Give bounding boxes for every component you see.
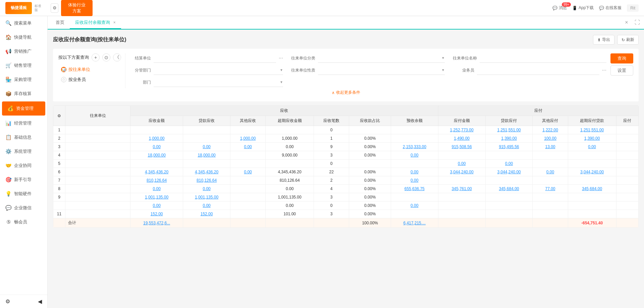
sidebar-item-purchase[interactable]: 🏪 采购管理	[0, 73, 47, 87]
sidebar-item-inventory[interactable]: 📦 库存核算	[0, 87, 47, 101]
partner-name-input[interactable]	[480, 53, 606, 63]
scheme-item-salesperson[interactable]: ⏱ 按业务员	[58, 75, 121, 84]
sidebar-item-search[interactable]: 🔍 搜索菜单	[0, 16, 47, 30]
footer-payable-total: -654,751.40	[568, 218, 616, 228]
table-row: 500.000.00	[53, 160, 639, 168]
sidebar-label-vip: 畅会员	[14, 219, 27, 225]
scheme-inactive-dot: ⏱	[61, 77, 66, 82]
msg-badge-count: 99+	[562, 2, 571, 7]
settings-icon[interactable]: ⚙	[51, 3, 58, 13]
sidebar-item-operations[interactable]: 📊 经营管理	[0, 116, 47, 130]
sales-icon: 🛒	[5, 62, 11, 69]
dept-input[interactable]	[154, 65, 280, 75]
table-row: 11152.00152.00101.0030.00%	[53, 210, 639, 218]
scheme-item-partner[interactable]: 📊 按往来单位	[58, 65, 121, 74]
footer-receivable-total[interactable]: 19,553,472,6...	[130, 218, 183, 228]
page-title: 应收应付余额查询(按往来单位)	[53, 36, 126, 43]
data-table-wrap: ⚙ 往来单位 应收 应付 应收金额 贷款应收 其他应收 超期应收金额 应收笔数 …	[53, 105, 639, 228]
sidebar-label-purchase: 采购管理	[14, 77, 32, 83]
partner-cat-dropdown-icon[interactable]: ▼	[441, 56, 445, 60]
sidebar-item-vip[interactable]: ⑤ 畅会员	[0, 215, 47, 229]
salesperson-dots[interactable]: ···	[602, 67, 606, 73]
sidebar-label-system: 系统管理	[14, 148, 32, 155]
user-name-badge[interactable]: Rit	[627, 4, 639, 12]
scheme-label-salesperson: 按业务员	[68, 77, 86, 83]
settlement-label: 结算单位	[129, 55, 151, 61]
settings-btn[interactable]: 设置	[610, 65, 633, 76]
dept-dropdown-icon[interactable]: ▼	[280, 68, 283, 72]
filter-section: 按以下方案查询 + ⊙ 《 📊 按往来单位	[53, 49, 639, 101]
scheme-collapse-btn[interactable]: 《	[113, 53, 121, 61]
sidebar-item-guide[interactable]: 🎯 新手引导	[0, 173, 47, 187]
dept2-dropdown-icon[interactable]: ▼	[280, 80, 283, 84]
sidebar-item-coop[interactable]: 🤝 企业协同	[0, 159, 47, 173]
sidebar-item-quick[interactable]: 🏠 快捷导航	[0, 30, 47, 44]
operations-icon: 📊	[5, 120, 11, 126]
app-download-btn[interactable]: 📱 App下载	[572, 5, 594, 11]
sidebar-item-sales[interactable]: 🛒 销售管理	[0, 58, 47, 73]
home-icon: 🏠	[5, 34, 11, 40]
tab-close-btn[interactable]: ×	[113, 20, 116, 25]
sidebar-item-marketing[interactable]: 📢 营销推广	[0, 44, 47, 58]
filter-partner-name: 往来单位名称	[453, 53, 606, 63]
collapse-bar[interactable]: ∧ 收起更多条件	[58, 88, 633, 97]
sidebar-settings-btn[interactable]: ⚙	[5, 298, 10, 305]
partner-nature-dropdown-icon[interactable]: ▼	[441, 68, 445, 72]
th-receivable-amount: 应收金额	[130, 116, 183, 126]
th-loan-receivable: 贷款应收	[183, 116, 230, 126]
table-row: 30.000.000.000.0090.00%2,153,333.00915,5…	[53, 143, 639, 151]
top-bar: 畅捷通账 标准版 ⚙ 体验行业方案 💬 消息 99+ 📱 App下载 💬 在线客…	[0, 0, 644, 16]
partner-cat-label: 往来单位分类	[291, 55, 315, 61]
window-close-btn[interactable]: ×	[623, 18, 631, 27]
dept2-select[interactable]: ▼	[154, 78, 283, 87]
basic-icon: 📋	[5, 134, 11, 140]
refresh-btn[interactable]: ↻ 刷新	[617, 35, 639, 45]
partner-cat-select[interactable]: ▼	[318, 53, 445, 63]
scheme-selector: 按以下方案查询 + ⊙ 《 📊 按往来单位	[58, 53, 125, 88]
table-row: 21,000.001,000.001,000.0010.00%1,490.001…	[53, 134, 639, 143]
settlement-dots[interactable]: ···	[279, 55, 283, 61]
dept2-input[interactable]	[154, 78, 280, 87]
sidebar-collapse-btn[interactable]: ◀	[38, 298, 42, 305]
sidebar-item-basic[interactable]: 📋 基础信息	[0, 130, 47, 144]
query-buttons: 查询 设置	[610, 53, 633, 88]
table-row: 7810,126.64810,126.64810,126.6420.00%0.0…	[53, 176, 639, 185]
top-bar-right: 💬 消息 99+ 📱 App下载 💬 在线客服 Rit	[552, 4, 639, 12]
filter-row-3: 部门 ▼	[129, 78, 606, 87]
filter-salesperson: 业务员 ···	[453, 65, 606, 75]
tab-home[interactable]: 首页	[50, 17, 70, 29]
scheme-settings-btn[interactable]: ⊙	[102, 53, 110, 61]
filter-settlement: 结算单位 ···	[129, 53, 283, 63]
add-scheme-btn[interactable]: +	[92, 53, 100, 61]
dept-select[interactable]: ▼	[154, 65, 283, 75]
window-expand-btn[interactable]: ⛶	[633, 18, 641, 27]
trial-button[interactable]: 体验行业方案	[61, 0, 93, 16]
query-btn[interactable]: 查询	[610, 53, 633, 63]
sidebar-label-hardware: 智能硬件	[14, 191, 32, 197]
th-settings[interactable]: ⚙	[53, 106, 65, 126]
message-btn[interactable]: 💬 消息 99+	[552, 5, 567, 11]
guide-icon: 🎯	[5, 177, 11, 183]
data-table: ⚙ 往来单位 应收 应付 应收金额 贷款应收 其他应收 超期应收金额 应收笔数 …	[53, 105, 639, 228]
sidebar-item-hardware[interactable]: 💡 智能硬件	[0, 187, 47, 201]
sidebar-item-capital[interactable]: 💰 资金管理	[2, 101, 45, 116]
export-btn[interactable]: ⬆ 导出	[593, 35, 614, 45]
th-advance-balance: 预收余额	[391, 116, 438, 126]
partner-nature-label: 往来单位性质	[291, 68, 315, 73]
tab-current[interactable]: 应收应付余额查询 ×	[70, 17, 121, 29]
partner-nature-input[interactable]	[318, 65, 441, 75]
online-service-btn[interactable]: 💬 在线客服	[599, 5, 622, 11]
sidebar-item-system[interactable]: ⚙️ 系统管理	[0, 144, 47, 159]
salesperson-input[interactable]	[477, 65, 599, 75]
th-receivable-ratio: 应收款占比	[349, 116, 391, 126]
hardware-icon: 💡	[5, 191, 11, 197]
table-footer-row: 合计 19,553,472,6... 100.00% 6,417,215....…	[53, 218, 639, 228]
partner-cat-input[interactable]	[318, 53, 441, 63]
footer-advance[interactable]: 6,417,215....	[391, 218, 438, 228]
sidebar-item-wechat[interactable]: 💬 企业微信	[0, 201, 47, 215]
partner-nature-select[interactable]: ▼	[318, 65, 445, 75]
settlement-input[interactable]	[154, 53, 276, 63]
footer-label: 合计	[65, 218, 130, 228]
footer-ratio: 100.00%	[349, 218, 391, 228]
sidebar-label-sales: 销售管理	[14, 62, 32, 69]
